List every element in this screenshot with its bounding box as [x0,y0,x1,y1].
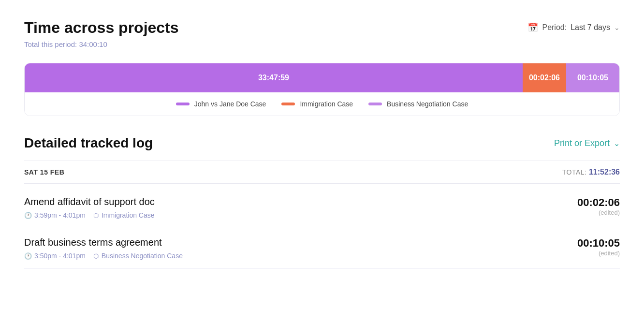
entry-left-2: Draft business terms agreement 🕐 3:50pm … [24,237,183,260]
entry-title-2: Draft business terms agreement [24,237,183,248]
legend-item-orange: Immigration Case [281,100,353,108]
entry-left-1: Amend affidavit of support doc 🕐 3:59pm … [24,196,155,219]
legend-label-violet: Business Negotiation Case [387,100,468,108]
total-value: 34:00:10 [79,40,107,48]
entry-duration-2: 00:10:05 (edited) [577,237,620,257]
log-entry-2: Draft business terms agreement 🕐 3:50pm … [24,228,620,269]
period-value: Last 7 days [571,23,610,32]
page-title: Time across projects [24,19,179,36]
log-entry-1: Amend affidavit of support doc 🕐 3:59pm … [24,188,620,228]
date-total: TOTAL: 11:52:36 [562,168,620,177]
entry-time-1: 🕐 3:59pm - 4:01pm [24,211,86,219]
calendar-icon: 📅 [527,22,538,33]
date-row: SAT 15 FEB TOTAL: 11:52:36 [24,161,620,184]
legend-label-orange: Immigration Case [300,100,353,108]
total-label: Total this period: [24,40,77,48]
entry-meta-1: 🕐 3:59pm - 4:01pm ⬡ Immigration Case [24,211,155,219]
print-export-label: Print or Export [554,138,610,148]
date-total-label: TOTAL: [562,168,587,176]
period-selector[interactable]: 📅 Period: Last 7 days ⌄ [527,22,620,33]
entry-project-2: ⬡ Business Negotiation Case [93,252,183,260]
segment-label-purple: 33:47:59 [258,74,289,82]
cube-icon-1: ⬡ [93,212,99,219]
bar-segment-purple: 33:47:59 [25,63,523,92]
chevron-down-icon-export: ⌄ [614,139,620,148]
entry-duration-1: 00:02:06 (edited) [577,196,620,216]
edited-label-1: (edited) [577,209,620,216]
page-header: Time across projects Total this period: … [24,19,620,48]
segment-label-orange: 00:02:06 [529,74,560,82]
date-total-value: 11:52:36 [589,168,620,176]
entry-top-1: Amend affidavit of support doc 🕐 3:59pm … [24,196,620,219]
chart-container: 33:47:59 00:02:06 00:10:05 John vs Jane … [24,63,620,116]
header-left: Time across projects Total this period: … [24,19,179,48]
legend-item-violet: Business Negotiation Case [368,100,468,108]
edited-label-2: (edited) [577,250,620,257]
cube-icon-2: ⬡ [93,252,99,260]
bar-wrapper: 33:47:59 00:02:06 00:10:05 [25,63,619,92]
entry-time-value-2: 3:50pm - 4:01pm [34,252,86,260]
duration-value-2: 00:10:05 [577,237,620,250]
segment-label-violet: 00:10:05 [577,74,608,82]
legend-dot-purple [176,103,190,105]
entry-project-name-1: Immigration Case [102,211,155,219]
bar-segment-violet: 00:10:05 [566,63,619,92]
entry-project-name-2: Business Negotiation Case [102,252,183,260]
date-label: SAT 15 FEB [24,168,64,176]
period-total: Total this period: 34:00:10 [24,40,179,48]
entry-time-value-1: 3:59pm - 4:01pm [34,211,86,219]
legend-label-purple: John vs Jane Doe Case [194,100,266,108]
print-export-button[interactable]: Print or Export ⌄ [554,138,620,148]
legend-dot-violet [368,103,382,105]
entry-meta-2: 🕐 3:50pm - 4:01pm ⬡ Business Negotiation… [24,252,183,260]
entry-time-2: 🕐 3:50pm - 4:01pm [24,252,86,260]
bar-segment-orange: 00:02:06 [523,63,566,92]
chevron-down-icon: ⌄ [614,24,620,31]
entry-title-1: Amend affidavit of support doc [24,196,155,207]
period-prefix: Period: [542,23,567,32]
legend-item-purple: John vs Jane Doe Case [176,100,266,108]
legend-dot-orange [281,103,295,105]
duration-value-1: 00:02:06 [577,196,620,209]
log-title: Detailed tracked log [24,135,153,151]
entry-project-1: ⬡ Immigration Case [93,211,155,219]
clock-icon-1: 🕐 [24,212,32,219]
date-value: 15 FEB [40,168,64,176]
log-header: Detailed tracked log Print or Export ⌄ [24,135,620,151]
clock-icon-2: 🕐 [24,252,32,260]
day-name: SAT [24,168,38,176]
entry-top-2: Draft business terms agreement 🕐 3:50pm … [24,237,620,260]
chart-legend: John vs Jane Doe Case Immigration Case B… [25,92,619,116]
